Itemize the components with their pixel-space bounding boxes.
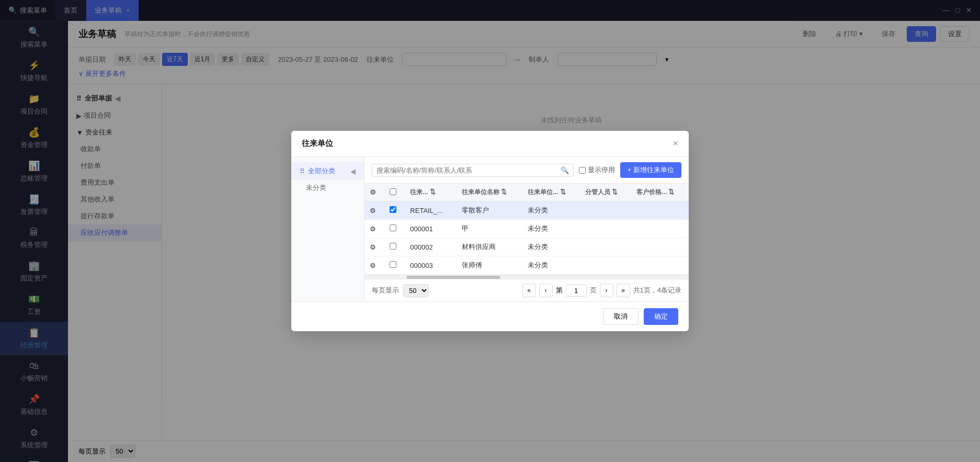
- dialog-header: 往来单位 ×: [291, 131, 689, 157]
- page-unit: 页: [590, 286, 597, 295]
- dialog-search-input[interactable]: [377, 166, 557, 174]
- sort-icon: ⇅: [430, 188, 436, 196]
- table-row[interactable]: ⚙ RETAIL_... 零散客户 未分类: [364, 201, 689, 220]
- scroll-bar-area: [364, 275, 689, 279]
- col-settings: ⚙: [364, 184, 384, 201]
- col-check: [384, 184, 405, 201]
- row-code-cell: RETAIL_...: [405, 201, 456, 220]
- dialog-close-btn[interactable]: ×: [673, 138, 678, 149]
- row-name-cell: 张师傅: [457, 256, 523, 275]
- row-name-cell: 甲: [457, 220, 523, 238]
- col-price[interactable]: 客户价格... ⇅: [631, 184, 689, 201]
- row-checkbox[interactable]: [390, 261, 396, 268]
- page-label: 第: [556, 286, 563, 295]
- dialog-left-unclassified[interactable]: 未分类: [291, 180, 364, 196]
- row-price-cell: [631, 256, 689, 275]
- dialog-search-icon: 🔍: [561, 166, 569, 174]
- sort-icon2: ⇅: [501, 188, 507, 196]
- row-code-cell: 000002: [405, 238, 456, 256]
- last-page-btn[interactable]: »: [617, 284, 630, 297]
- dialog-title: 往来单位: [302, 139, 333, 149]
- row-settings-icon: ⚙: [370, 262, 376, 269]
- row-manager-cell: [580, 256, 631, 275]
- col-code[interactable]: 往来... ⇅: [405, 184, 456, 201]
- row-settings-cell: ⚙: [364, 238, 384, 256]
- row-manager-cell: [580, 220, 631, 238]
- row-checkbox[interactable]: [390, 206, 396, 213]
- row-check-cell[interactable]: [384, 201, 405, 220]
- row-settings-cell: ⚙: [364, 256, 384, 275]
- row-category-cell: 未分类: [522, 256, 580, 275]
- row-code-cell: 000003: [405, 256, 456, 275]
- row-checkbox[interactable]: [390, 243, 396, 250]
- row-settings-icon: ⚙: [370, 225, 376, 233]
- row-check-cell[interactable]: [384, 256, 405, 275]
- dialog-table: ⚙ 往来... ⇅ 往来单位名称 ⇅ 往来单位... ⇅ 分管人员 ⇅ 客户价格…: [364, 184, 689, 275]
- add-party-button[interactable]: + 新增往来单位: [620, 162, 681, 178]
- row-category-cell: 未分类: [522, 201, 580, 220]
- row-code-cell: 000001: [405, 220, 456, 238]
- row-name-cell: 材料供应商: [457, 238, 523, 256]
- row-settings-cell: ⚙: [364, 220, 384, 238]
- table-row[interactable]: ⚙ 000003 张师傅 未分类: [364, 256, 689, 275]
- row-settings-cell: ⚙: [364, 201, 384, 220]
- show-disabled-text: 显示停用: [588, 165, 615, 175]
- show-disabled-label: 显示停用: [579, 165, 615, 175]
- row-manager-cell: [580, 201, 631, 220]
- dialog-footer-bar: 每页显示 50 « ‹ 第 页 › » 共1页，4条记录: [364, 279, 689, 301]
- party-table: ⚙ 往来... ⇅ 往来单位名称 ⇅ 往来单位... ⇅ 分管人员 ⇅ 客户价格…: [364, 184, 689, 275]
- col-manager[interactable]: 分管人员 ⇅: [580, 184, 631, 201]
- pagination: « ‹ 第 页 › » 共1页，4条记录: [522, 284, 681, 297]
- total-info: 共1页，4条记录: [633, 286, 681, 295]
- page-number-input[interactable]: [566, 285, 587, 297]
- dialog-page-size-label: 每页显示: [372, 286, 399, 295]
- grid-icon2: ⠿: [300, 167, 305, 175]
- dialog-right-panel: 🔍 显示停用 + 新增往来单位 ⚙: [364, 157, 689, 301]
- select-all-checkbox[interactable]: [390, 188, 396, 195]
- table-row[interactable]: ⚙ 000001 甲 未分类: [364, 220, 689, 238]
- row-price-cell: [631, 238, 689, 256]
- prev-page-btn[interactable]: ‹: [539, 284, 553, 297]
- row-check-cell[interactable]: [384, 238, 405, 256]
- col-category[interactable]: 往来单位... ⇅: [522, 184, 580, 201]
- row-settings-icon: ⚙: [370, 207, 376, 215]
- table-row[interactable]: ⚙ 000002 材料供应商 未分类: [364, 238, 689, 256]
- unclassified-label: 未分类: [306, 184, 326, 191]
- dialog-page-size-select[interactable]: 50: [403, 284, 429, 297]
- row-settings-icon: ⚙: [370, 243, 376, 251]
- next-page-btn[interactable]: ›: [600, 284, 613, 297]
- settings-icon: ⚙: [370, 188, 376, 196]
- left-panel-collapse-icon[interactable]: ◀: [350, 167, 356, 175]
- row-checkbox[interactable]: [390, 224, 396, 231]
- first-page-btn[interactable]: «: [522, 284, 536, 297]
- row-name-cell: 零散客户: [457, 201, 523, 220]
- cancel-button[interactable]: 取消: [603, 308, 639, 325]
- dialog-toolbar: 🔍 显示停用 + 新增往来单位: [364, 157, 689, 184]
- scroll-bar-thumb[interactable]: [406, 276, 500, 279]
- row-price-cell: [631, 201, 689, 220]
- col-name[interactable]: 往来单位名称 ⇅: [457, 184, 523, 201]
- show-disabled-checkbox[interactable]: [579, 167, 586, 174]
- sort-icon5: ⇅: [668, 188, 674, 196]
- confirm-button[interactable]: 确定: [644, 308, 678, 325]
- modal-overlay: 往来单位 × ⠿ 全部分类 ◀ 未分类: [0, 0, 980, 462]
- row-check-cell[interactable]: [384, 220, 405, 238]
- dialog-search-box[interactable]: 🔍: [372, 164, 574, 177]
- sort-icon4: ⇅: [612, 188, 618, 196]
- row-price-cell: [631, 220, 689, 238]
- dialog-left-all-category[interactable]: ⠿ 全部分类 ◀: [291, 162, 364, 180]
- row-category-cell: 未分类: [522, 220, 580, 238]
- all-category-label: 全部分类: [308, 166, 335, 176]
- sort-icon3: ⇅: [560, 188, 566, 196]
- dialog-actions: 取消 确定: [291, 301, 689, 331]
- dialog-left-panel: ⠿ 全部分类 ◀ 未分类: [291, 157, 364, 301]
- dialog-body: ⠿ 全部分类 ◀ 未分类 🔍 显示停用: [291, 157, 689, 301]
- row-manager-cell: [580, 238, 631, 256]
- dialog-party: 往来单位 × ⠿ 全部分类 ◀ 未分类: [291, 131, 689, 331]
- row-category-cell: 未分类: [522, 238, 580, 256]
